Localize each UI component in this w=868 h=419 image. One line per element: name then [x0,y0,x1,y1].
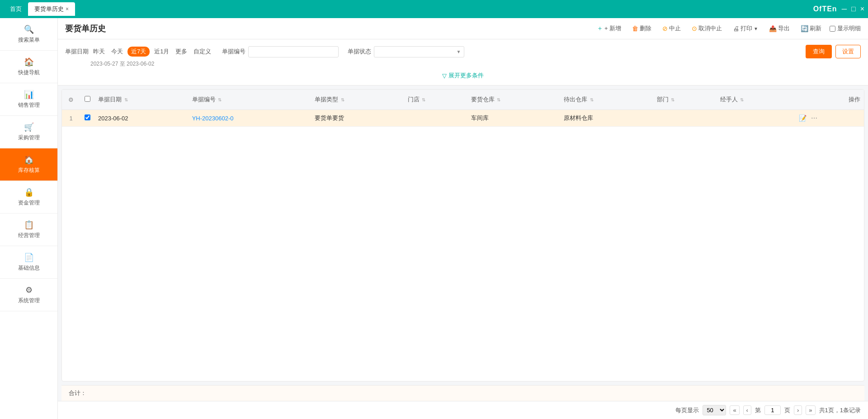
maximize-btn[interactable]: □ [851,5,856,13]
col-settings: ⚙ [62,90,80,110]
sidebar: 🔍 搜索菜单 🏠 快捷导航 📊 销售管理 🛒 采购管理 🏠 库存核算 🔒 资金管… [0,18,58,419]
close-tab-icon[interactable]: × [66,6,69,12]
sidebar-item-basic-info-label: 基础信息 [18,264,40,272]
col-doc-no: 单据编号 ⇅ [189,90,311,110]
date-shortcut-more[interactable]: 更多 [174,47,189,57]
column-settings-icon[interactable]: ⚙ [66,94,76,105]
window-controls: ─ □ × [842,5,864,13]
top-bar: 首页 要货单历史 × OfTEn ─ □ × [0,0,868,18]
col-store-label: 门店 [408,96,420,103]
sidebar-item-quick-nav[interactable]: 🏠 快捷导航 [0,51,57,83]
date-shortcut-7days[interactable]: 近7天 [127,47,150,57]
display-detail-checkbox[interactable]: 显示明细 [830,24,861,33]
col-actions: 操作 [794,90,864,110]
row-doc-type: 要货单要货 [311,110,404,127]
row-pending-warehouse: 原材料仓库 [560,110,653,127]
more-action-icon[interactable]: ⋯ [810,114,818,123]
refresh-label: 刷新 [810,24,821,33]
doc-status-select[interactable] [374,46,464,57]
sidebar-item-sales-mgmt[interactable]: 📊 销售管理 [0,83,57,116]
col-doc-date-label: 单据日期 [98,96,122,103]
expand-more-btn[interactable]: ▽ 展开更多条件 [65,68,861,80]
expand-more-label: 展开更多条件 [448,71,484,80]
table-row: 1 2023-06-02 YH-20230602-0 要货单要货 车间库 原材料… [62,110,864,127]
sidebar-item-basic-info[interactable]: 📄 基础信息 [0,246,57,279]
cancel-stop-button[interactable]: ⊙ 取消中止 [689,23,725,34]
date-range-display: 2023-05-27 至 2023-06-02 [90,61,154,67]
col-doc-type: 单据类型 ⇅ [311,90,404,110]
row-req-warehouse: 车间库 [467,110,560,127]
row-store [404,110,467,127]
delete-button[interactable]: 🗑 删除 [629,23,654,34]
stop-button[interactable]: ⊘ 中止 [660,23,684,34]
date-shortcut-today[interactable]: 今天 [109,47,125,57]
row-checkbox[interactable] [85,114,90,120]
sys-mgmt-icon: ⚙ [25,285,33,295]
col-handler-label: 经手人 [720,96,738,103]
date-shortcut-custom[interactable]: 自定义 [192,47,213,57]
tab-home[interactable]: 首页 [4,2,28,16]
basic-info-icon: 📄 [24,252,34,262]
date-shortcut-1month[interactable]: 近1月 [152,47,171,57]
print-button[interactable]: 🖨 打印 ▼ [730,23,761,34]
sort-doc-no-icon[interactable]: ⇅ [218,97,222,102]
page-title: 要货单历史 [65,23,106,34]
total-info: 共1页，1条记录 [819,406,861,414]
tab-requisition-history-label: 要货单历史 [34,5,64,13]
row-dept [653,110,717,127]
stop-icon: ⊘ [662,25,668,32]
sort-doc-type-icon[interactable]: ⇅ [341,97,344,102]
export-button[interactable]: 📤 导出 [766,23,793,34]
logo: OfTEn [813,5,837,13]
select-all-checkbox[interactable] [85,96,90,102]
summary-label: 合计： [69,389,86,397]
last-page-btn[interactable]: » [806,405,815,415]
filter-area: 单据日期 昨天 今天 近7天 近1月 更多 自定义 单据编号 [58,39,868,86]
col-actions-label: 操作 [849,96,860,103]
stop-label: 中止 [669,24,681,33]
settings-button[interactable]: 设置 [835,45,861,58]
doc-no-link[interactable]: YH-20230602-0 [192,115,234,122]
sidebar-item-ops-mgmt[interactable]: 📋 经营管理 [0,214,57,246]
row-doc-no: YH-20230602-0 [189,110,311,127]
sidebar-item-sys-mgmt-label: 系统管理 [18,297,40,305]
add-button[interactable]: ＋ + 新增 [594,23,624,34]
edit-action-icon[interactable]: 📝 [798,114,807,123]
display-detail-label: 显示明细 [837,24,861,33]
inventory-calc-icon: 🏠 [24,155,34,165]
col-checkbox [80,90,94,110]
sort-req-warehouse-icon[interactable]: ⇅ [497,97,500,102]
tab-requisition-history[interactable]: 要货单历史 × [28,2,75,16]
sidebar-item-sys-mgmt[interactable]: ⚙ 系统管理 [0,279,57,311]
filter-doc-no-label: 单据编号 [222,48,245,56]
display-detail-check[interactable] [830,26,835,32]
expand-more-icon: ▽ [442,72,447,79]
minimize-btn[interactable]: ─ [842,5,847,13]
sort-store-icon[interactable]: ⇅ [422,97,425,102]
doc-no-input[interactable] [248,46,339,57]
date-shortcut-yesterday[interactable]: 昨天 [91,47,107,57]
col-pending-warehouse-label: 待出仓库 [564,96,587,103]
per-page-select[interactable]: 50 100 [703,405,726,415]
sort-handler-icon[interactable]: ⇅ [740,97,744,102]
prev-page-btn[interactable]: ‹ [743,405,751,415]
main-layout: 🔍 搜索菜单 🏠 快捷导航 📊 销售管理 🛒 采购管理 🏠 库存核算 🔒 资金管… [0,18,868,419]
print-dropdown-icon[interactable]: ▼ [754,26,758,31]
sort-pending-warehouse-icon[interactable]: ⇅ [590,97,594,102]
close-btn[interactable]: × [860,5,864,13]
sidebar-item-search-menu[interactable]: 🔍 搜索菜单 [0,18,57,51]
filter-row: 单据日期 昨天 今天 近7天 近1月 更多 自定义 单据编号 [65,45,861,58]
sidebar-item-purchase-mgmt[interactable]: 🛒 采购管理 [0,116,57,148]
next-page-btn[interactable]: › [794,405,802,415]
query-button[interactable]: 查询 [806,45,832,58]
page-input[interactable] [764,405,781,415]
refresh-button[interactable]: 🔄 刷新 [798,23,824,34]
page-of-label: 页 [784,406,790,414]
first-page-btn[interactable]: « [730,405,739,415]
sort-doc-date-icon[interactable]: ⇅ [124,97,128,102]
sidebar-item-inventory-calc[interactable]: 🏠 库存核算 [0,148,57,181]
sales-mgmt-icon: 📊 [24,90,34,100]
sidebar-item-finance-mgmt[interactable]: 🔒 资金管理 [0,181,57,214]
row-handler [717,110,795,127]
sort-dept-icon[interactable]: ⇅ [671,97,675,102]
